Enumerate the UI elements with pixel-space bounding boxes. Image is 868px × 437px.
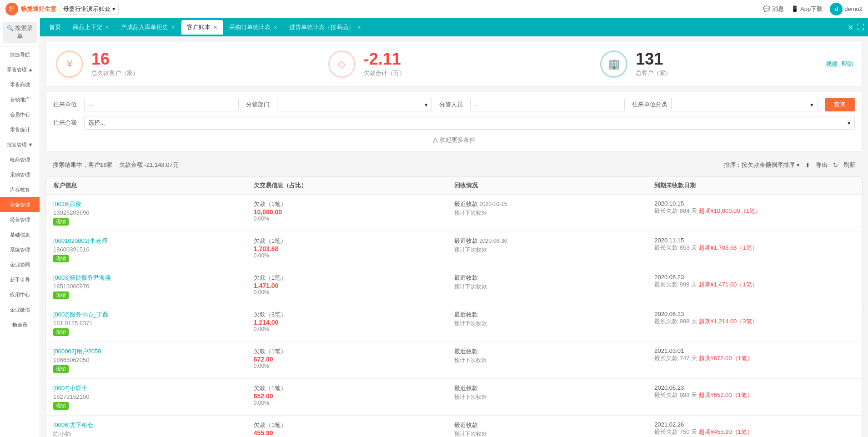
sidebar-item-ops[interactable]: 经营管理 xyxy=(0,212,40,227)
sidebar-item-retail-mgmt[interactable]: 零售管理 ▲ xyxy=(0,62,40,77)
sidebar-item-purchase[interactable]: 采购管理 xyxy=(0,167,40,182)
search-menu-btn[interactable]: 🔍 搜索菜单 xyxy=(3,22,37,43)
customer-contact-3: 181 0125 8371 xyxy=(53,320,93,326)
unit-category-arrow: ▾ xyxy=(810,101,813,108)
overdue-link-5[interactable]: 超期¥652.00（1笔） xyxy=(699,392,753,398)
sidebar-item-basic[interactable]: 基础信息 xyxy=(0,227,40,242)
debt-pct-5: 0.00% xyxy=(254,400,454,406)
customer-sub-6: 陈小帅 xyxy=(53,430,254,437)
tab-inbound-stats-close[interactable]: ✕ xyxy=(357,25,361,30)
tab-customer-account[interactable]: 客户账本 ✕ xyxy=(181,20,223,35)
source-unit-input[interactable]: ··· xyxy=(84,98,239,111)
unit-category-select[interactable]: ▾ xyxy=(671,98,818,111)
dept-select[interactable]: ▾ xyxy=(277,98,431,111)
sidebar-item-retail-stats[interactable]: 零售统计 xyxy=(0,122,40,137)
customer-name-4[interactable]: [000002]用户2050 xyxy=(53,347,254,356)
table-row: [0006]去下粮仓 陈小帅 现销 欠款（1笔） 455.90 0.00% 最近… xyxy=(46,416,862,437)
tab-purchase-stats-label: 采购订单统计表 xyxy=(229,23,271,31)
sidebar-item-finance[interactable]: 资金管理 xyxy=(0,197,40,212)
header-collection: 回收情况 xyxy=(454,181,655,190)
balance-select[interactable]: 选择... ▾ xyxy=(84,116,855,130)
due-date-4: 2021.03.01 xyxy=(654,347,855,354)
tab-product-shelf[interactable]: 商品上下架 ✕ xyxy=(67,20,115,35)
sidebar-item-quick-nav[interactable]: 快捷导航 xyxy=(0,47,40,62)
sidebar-item-retail-mall[interactable]: 零售商城 xyxy=(0,77,40,92)
tab-customer-account-close[interactable]: ✕ xyxy=(213,25,217,30)
max-days-3: 最长欠款 998 天 xyxy=(654,318,697,325)
person-input[interactable]: ··· xyxy=(470,98,625,111)
export-btn[interactable]: 导出 xyxy=(816,161,828,169)
stat-card-3: 🏢 131 总客户（家） 视频 帮助 xyxy=(590,42,862,86)
stat-label-1: 总欠款客户（家） xyxy=(91,69,309,77)
sidebar-item-enterprise[interactable]: 企业协同 xyxy=(0,257,40,272)
overdue-link-3[interactable]: 超期¥1,214.00（3笔） xyxy=(699,318,758,325)
filter-row-1: 往来单位 ··· 分管部门 ▾ 分管人员 xyxy=(53,98,855,111)
page-content: ¥ 16 总欠款客户（家） ◇ -2.11 欠款合计（万） xyxy=(40,36,868,437)
stat-number-3: 131 xyxy=(636,51,818,67)
sidebar-item-marketing[interactable]: 营销推广 xyxy=(0,92,40,107)
store-selector[interactable]: 母婴行业演示账套 ▾ xyxy=(60,4,119,15)
overdue-link-2[interactable]: 超期¥1,471.00（1笔） xyxy=(699,281,758,288)
sidebar-item-batch-mgmt[interactable]: 批发管理 ▼ xyxy=(0,137,40,152)
debt-cell-0: 欠款（1笔） 10,000.00 0.00% xyxy=(254,200,454,222)
debt-amount-3: 1,214.00 xyxy=(254,319,454,326)
table-row: [0016]吕俊 13026203696 现销 欠款（1笔） 10,000.00… xyxy=(46,195,862,231)
customer-name-3[interactable]: [0002]服务中心_丁磊 xyxy=(53,311,254,319)
overdue-info-3: 最长欠款 998 天 超期¥1,214.00（3笔） xyxy=(654,317,855,326)
help-link[interactable]: 帮助 xyxy=(841,60,853,68)
avatar-text: d xyxy=(835,5,838,12)
debt-count-6: 欠款（1笔） xyxy=(254,421,454,429)
search-btn[interactable]: 查询 xyxy=(825,98,855,111)
sort-btn[interactable]: 排序：按欠款金额倒序排序 ▾ xyxy=(724,161,800,169)
tab-product-history-close[interactable]: ✕ xyxy=(171,25,175,30)
tab-inbound-stats-label: 进货单统计表（按商品） xyxy=(289,23,354,31)
filter-area: 往来单位 ··· 分管部门 ▾ 分管人员 xyxy=(45,92,863,152)
dept-arrow: ▾ xyxy=(425,101,428,108)
sidebar-item-wechat[interactable]: 企业微信 xyxy=(0,302,40,317)
customer-sub-0: 13026203696 xyxy=(53,209,254,216)
sidebar-item-app-center[interactable]: 应用中心 xyxy=(0,287,40,302)
dept-label: 分管部门 xyxy=(246,100,273,109)
filter-balance: 往来余额 选择... ▾ xyxy=(53,116,855,130)
refresh-btn[interactable]: 刷新 xyxy=(843,161,855,169)
tab-inbound-stats[interactable]: 进货单统计表（按商品） ✕ xyxy=(284,20,366,35)
overdue-link-4[interactable]: 超期¥672.00（1笔） xyxy=(699,355,753,362)
sidebar-item-vip[interactable]: 畅会员 xyxy=(0,317,40,332)
due-cell-3: 2020.06.23 最长欠款 998 天 超期¥1,214.00（3笔） xyxy=(654,311,855,326)
collapse-icon: ⋀ xyxy=(433,136,440,143)
tab-close-all-btn[interactable]: ✕ xyxy=(848,23,853,32)
video-link[interactable]: 视频 xyxy=(826,60,838,68)
sidebar-item-inventory[interactable]: 库存核算 xyxy=(0,182,40,197)
customer-name-5[interactable]: [0007]小饼干 xyxy=(53,384,254,392)
tab-expand-btn[interactable]: ⛶ xyxy=(857,23,864,31)
tab-purchase-stats[interactable]: 采购订单统计表 ✕ xyxy=(224,20,283,35)
tab-product-history[interactable]: 产成品入库单历史 ✕ xyxy=(115,20,181,35)
collapse-btn[interactable]: ⋀ 收起更多条件 xyxy=(53,134,855,146)
overdue-link-0[interactable]: 超期¥10,000.00（1笔） xyxy=(699,207,761,214)
customer-name-2[interactable]: [0003]畅捷服务尹海燕 xyxy=(53,274,254,282)
overdue-link-6[interactable]: 超期¥455.90（1笔） xyxy=(699,428,753,435)
tab-home[interactable]: 首页 xyxy=(44,20,66,35)
app-download-btn[interactable]: 📱 App下载 xyxy=(791,5,823,13)
table-row: [0001020001]李老师 18600391516 现销 欠款（1笔） 1,… xyxy=(46,231,862,268)
sidebar-item-sys[interactable]: 系统管理 xyxy=(0,242,40,257)
sidebar-item-ecom[interactable]: 电商管理 xyxy=(0,152,40,167)
sidebar-item-member[interactable]: 会员中心 xyxy=(0,107,40,122)
app-download-label: App下载 xyxy=(800,5,823,13)
user-profile[interactable]: d demo2 xyxy=(830,3,863,15)
customer-name-1[interactable]: [0001020001]李老师 xyxy=(53,237,254,245)
search-menu-label: 搜索菜单 xyxy=(15,25,33,40)
customer-tag-1: 现销 xyxy=(53,255,69,262)
customer-tag-0: 现销 xyxy=(53,218,69,226)
sidebar-item-guide[interactable]: 新手引导 xyxy=(0,272,40,287)
customer-name-6[interactable]: [0006]去下粮仓 xyxy=(53,421,254,429)
collection-cell-5: 最近收款 预计下次收款 xyxy=(454,384,655,401)
max-days-0: 最长欠款 884 天 xyxy=(654,207,697,214)
tab-purchase-stats-close[interactable]: ✕ xyxy=(273,25,277,30)
overdue-link-1[interactable]: 超期¥1,703.68（1笔） xyxy=(699,244,758,251)
tab-product-shelf-close[interactable]: ✕ xyxy=(105,25,109,30)
results-actions: 排序：按欠款金额倒序排序 ▾ ⬆ 导出 ↻ 刷新 xyxy=(724,161,855,169)
customer-name-0[interactable]: [0016]吕俊 xyxy=(53,200,254,208)
message-btn[interactable]: 💬 消息 xyxy=(763,5,784,13)
table-header: 客户信息 欠交易信息（占比） 回收情况 到期未收款日期 xyxy=(46,177,862,195)
